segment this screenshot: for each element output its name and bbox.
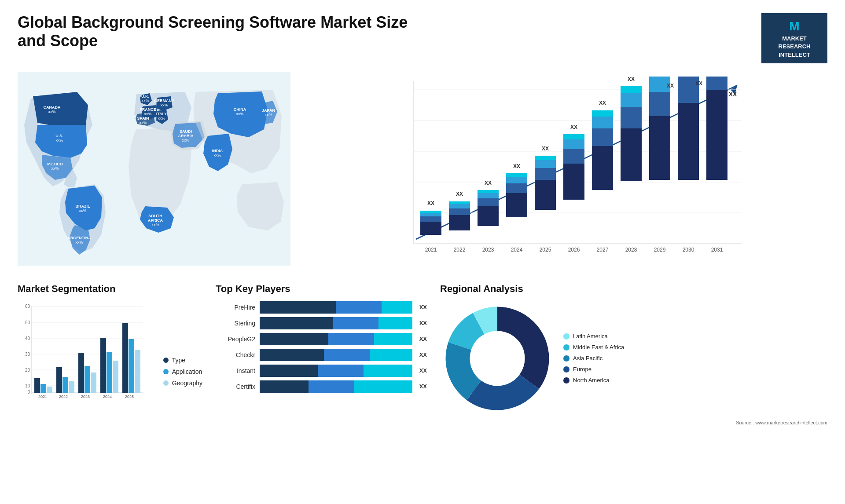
bar-2025: XX 2025 [535,146,556,253]
regional-section: Regional Analysis [440,283,827,425]
donut-legend: Latin America Middle East & Africa Asia … [563,333,624,383]
map-label-japan: JAPAN [262,108,275,113]
player-xx-instant: XX [419,367,427,374]
svg-rect-94 [78,353,84,393]
svg-rect-96 [91,373,96,393]
map-label-canada: CANADA [44,105,61,110]
svg-rect-14 [420,211,441,213]
regional-title: Regional Analysis [440,283,827,295]
map-value-china: xx% [236,112,243,116]
svg-rect-18 [449,208,470,215]
legend-geography-dot [163,380,169,386]
seg-legend: Type Application Geography [163,357,202,400]
svg-rect-20 [449,201,470,204]
player-bar-seg2-prehire [336,301,382,314]
svg-rect-17 [449,215,470,230]
player-name-sterling: Sterling [216,320,255,327]
player-name-instant: Instant [216,367,255,374]
svg-point-112 [471,332,524,385]
legend-label-north-america: North America [573,377,609,383]
players-section: Top Key Players PreHire XX Sterling XX [216,283,427,425]
logo-area: M MARKET RESEARCH INTELLECT [761,13,827,63]
svg-text:2029: 2029 [654,247,666,253]
svg-text:40: 40 [25,336,30,341]
svg-text:XX: XX [485,180,492,186]
legend-dot-latin-america [563,333,569,340]
svg-rect-92 [69,381,74,393]
player-bar-sterling [260,317,412,329]
player-name-prehire: PreHire [216,304,255,311]
map-value-france: xx% [144,112,151,116]
logo-m: M [768,18,821,35]
svg-text:2021: 2021 [38,394,47,398]
player-bar-seg3-peopleg2 [374,333,412,345]
svg-text:XX: XX [628,76,635,82]
svg-rect-53 [621,128,642,181]
map-label-saudi2: ARABIA [178,134,194,138]
map-value-southafrica: xx% [151,223,159,227]
player-bar-seg1-checkr [260,349,324,361]
player-bar-seg3-instant [364,365,412,377]
svg-rect-43 [563,139,584,149]
legend-application-dot [163,369,169,374]
legend-asia-pacific: Asia Pacific [563,355,624,362]
svg-rect-30 [506,183,527,193]
legend-application: Application [163,368,202,375]
player-row-peopleg2: PeopleG2 XX [216,333,427,345]
legend-type-dot [163,358,169,363]
seg-chart: 60 50 40 30 20 10 0 [18,301,154,400]
world-map-svg: CANADA xx% U.S. xx% MEXICO xx% BRAZIL xx… [18,72,290,266]
svg-text:10: 10 [25,383,30,388]
bar-2024: XX 2024 [506,163,527,253]
map-container: CANADA xx% U.S. xx% MEXICO xx% BRAZIL xx… [18,72,290,270]
map-label-southafrica2: AFRICA [148,218,163,223]
bar-2029: 2029 XX [649,77,674,253]
legend-dot-asia-pacific [563,355,569,362]
player-bar-peopleg2 [260,333,412,345]
svg-rect-104 [135,350,140,393]
svg-rect-48 [592,128,613,146]
svg-rect-36 [535,168,556,180]
svg-text:2026: 2026 [568,247,580,253]
svg-rect-25 [478,193,499,198]
svg-rect-44 [563,134,584,139]
svg-text:XX: XX [729,91,737,98]
map-label-brazil: BRAZIL [76,204,90,208]
map-label-saudi: SAUDI [180,129,192,134]
player-bar-seg3-prehire [382,301,412,314]
svg-text:50: 50 [25,320,30,325]
segmentation-section: Market Segmentation 60 50 40 30 20 10 0 [18,283,202,425]
svg-rect-99 [107,352,112,393]
legend-label-latin-america: Latin America [573,333,608,340]
player-row-checkr: Checkr XX [216,349,427,361]
legend-middle-east-africa: Middle East & Africa [563,344,624,351]
map-section: CANADA xx% U.S. xx% MEXICO xx% BRAZIL xx… [18,72,290,270]
svg-text:2025: 2025 [540,247,551,253]
player-bar-seg3-checkr [370,349,412,361]
logo-box: M MARKET RESEARCH INTELLECT [761,13,827,63]
map-value-mexico: xx% [51,166,59,171]
svg-text:60: 60 [25,304,30,309]
svg-rect-64 [678,103,699,180]
bar-chart-container: XX 2021 XX 2022 XX [304,72,827,270]
svg-text:XX: XX [427,200,434,206]
bar-2021: XX 2021 [420,200,441,253]
player-bar-seg1-peopleg2 [260,333,328,345]
svg-rect-50 [592,110,613,117]
svg-rect-56 [621,86,642,93]
map-label-argentina: ARGENTINA [67,236,91,240]
svg-text:2031: 2031 [711,247,723,253]
svg-rect-11 [420,222,441,235]
map-label-mexico: MEXICO [47,162,63,166]
svg-rect-60 [649,92,670,116]
svg-rect-91 [62,377,68,393]
players-list: PreHire XX Sterling XX PeopleG2 [216,301,427,393]
player-xx-sterling: XX [419,320,427,326]
player-bar-seg2-checkr [324,349,370,361]
page-header: Global Background Screening Software Mar… [18,13,827,63]
player-bar-instant [260,365,412,377]
bar-2028: XX 2028 [621,76,642,253]
seg-chart-container: 60 50 40 30 20 10 0 [18,301,202,400]
svg-text:XX: XX [599,100,606,106]
player-bar-seg2-sterling [333,317,378,329]
